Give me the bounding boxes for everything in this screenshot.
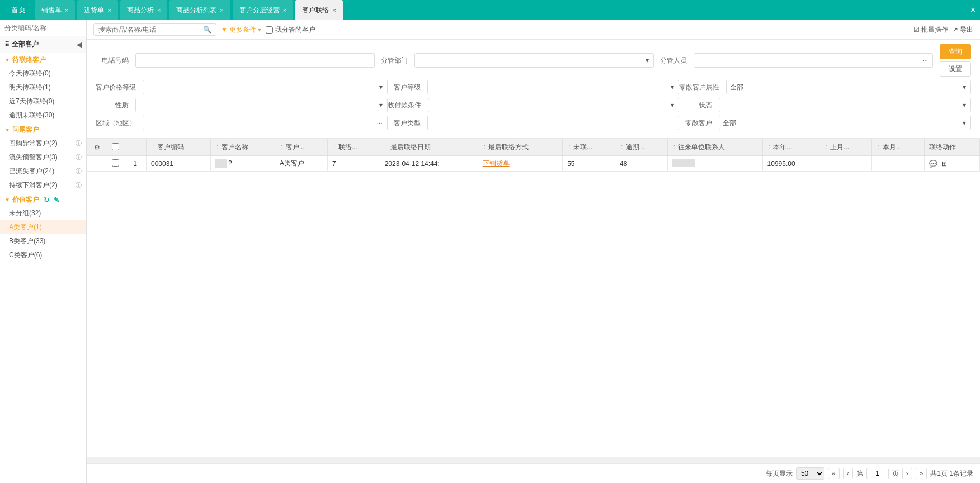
nav-tab-customer-contact[interactable]: 客户联络 × bbox=[295, 0, 342, 20]
nav-tab-analysis-list[interactable]: 商品分析列表 × bbox=[169, 0, 230, 20]
region-select[interactable]: ··· bbox=[143, 116, 388, 130]
more-filters-btn[interactable]: ▼ 更多条件 ▾ bbox=[221, 25, 261, 35]
last-page-btn[interactable]: » bbox=[916, 468, 927, 479]
row-contact: 7 bbox=[327, 156, 380, 172]
nav-tab-analysis-list-close[interactable]: × bbox=[220, 7, 223, 13]
sidebar-item-today[interactable]: 今天待联络(0) bbox=[0, 67, 86, 80]
group-value-customers[interactable]: ▼ 价值客户 ↻ ✎ bbox=[0, 192, 86, 206]
my-customers-checkbox[interactable] bbox=[266, 26, 273, 34]
row-last-contact-method[interactable]: 下销货单 bbox=[478, 156, 563, 172]
col-this-year[interactable]: : 本年... bbox=[762, 139, 819, 156]
refresh-icon[interactable]: ↻ bbox=[44, 196, 49, 204]
ungraded-label: 未分组(32) bbox=[9, 209, 41, 218]
nav-tab-customer-contact-close[interactable]: × bbox=[332, 7, 336, 13]
churned-info-icon[interactable]: ⓘ bbox=[76, 167, 82, 176]
sidebar-item-churned[interactable]: 已流失客户(24) ⓘ bbox=[0, 164, 86, 178]
prev-page-btn[interactable]: ‹ bbox=[843, 468, 853, 479]
sidebar-collapse-icon[interactable]: ◀ bbox=[77, 41, 82, 49]
sidebar-item-declining[interactable]: 持续下滑客户(2) ⓘ bbox=[0, 178, 86, 192]
sidebar-item-overdue[interactable]: 逾期未联络(30) bbox=[0, 108, 86, 122]
next-page-btn[interactable]: › bbox=[902, 468, 912, 479]
nav-tab-purchase-close[interactable]: × bbox=[107, 7, 111, 13]
filter-search-input[interactable] bbox=[98, 26, 201, 34]
declining-info-icon[interactable]: ⓘ bbox=[76, 181, 82, 190]
all-customers-header[interactable]: ⠿ 全部客户 ◀ bbox=[0, 36, 86, 53]
cust-type-input[interactable] bbox=[427, 116, 680, 130]
price-level-select[interactable]: ▾ bbox=[143, 80, 388, 94]
select-all-checkbox[interactable] bbox=[112, 143, 119, 150]
manager-dots[interactable]: ··· bbox=[922, 56, 928, 64]
query-btn[interactable]: 查询 bbox=[940, 44, 971, 59]
setting-btn[interactable]: 设置 bbox=[940, 61, 971, 77]
sidebar-item-class-b[interactable]: B类客户(33) bbox=[0, 234, 86, 248]
phone-label: 电话号码 bbox=[96, 56, 132, 65]
nature-select[interactable]: ▾ bbox=[135, 98, 388, 112]
group-pending-contact[interactable]: ▼ 待联络客户 bbox=[0, 53, 86, 67]
sidebar-item-ungraded[interactable]: 未分组(32) bbox=[0, 206, 86, 220]
contact-method-link[interactable]: 下销货单 bbox=[483, 159, 510, 167]
export-btn[interactable]: ↗ 导出 bbox=[953, 25, 973, 35]
sidebar-search-input[interactable] bbox=[4, 24, 87, 32]
row-customer-name[interactable]: ? bbox=[211, 156, 275, 172]
close-all-tabs[interactable]: × bbox=[970, 5, 976, 15]
payment-select[interactable]: ▾ bbox=[428, 98, 680, 112]
row-this-month bbox=[872, 156, 925, 172]
sidebar-item-class-c[interactable]: C类客户(6) bbox=[0, 248, 86, 262]
region-dots[interactable]: ··· bbox=[377, 119, 383, 127]
col-contact[interactable]: : 联络... bbox=[327, 139, 380, 156]
nav-tab-customer-mgmt-close[interactable]: × bbox=[283, 7, 286, 13]
group-problem-customers[interactable]: ▼ 问题客户 bbox=[0, 122, 86, 136]
all-customers-label: 全部客户 bbox=[12, 40, 39, 49]
per-page-select[interactable]: 50 100 200 bbox=[796, 467, 824, 480]
action-grid-icon[interactable]: ⊞ bbox=[941, 160, 947, 168]
row-checkbox[interactable] bbox=[112, 159, 119, 167]
nav-tab-analysis[interactable]: 商品分析 × bbox=[120, 0, 167, 20]
nav-tab-purchase[interactable]: 进货单 × bbox=[77, 0, 117, 20]
col-unit-contact[interactable]: : 往来单位联系人 bbox=[667, 139, 762, 156]
nav-tab-sales[interactable]: 销售单 × bbox=[35, 0, 75, 20]
more-filters-chevron: ▾ bbox=[258, 26, 261, 34]
sidebar-item-churn-warn[interactable]: 流失预警客户(3) ⓘ bbox=[0, 150, 86, 164]
sidebar-item-class-a[interactable]: A类客户(1) bbox=[0, 220, 86, 234]
col-gear[interactable]: ⚙ bbox=[87, 139, 107, 156]
col-check[interactable] bbox=[107, 139, 124, 156]
filter-row-1: 电话号码 分管部门 ▾ 分管人员 ··· bbox=[96, 44, 971, 77]
dept-select[interactable]: ▾ bbox=[414, 53, 654, 68]
nav-tab-analysis-close[interactable]: × bbox=[157, 7, 161, 13]
filter-search-btn[interactable]: 🔍 bbox=[203, 26, 211, 34]
sidebar-item-7days[interactable]: 近7天待联络(0) bbox=[0, 94, 86, 108]
edit-icon[interactable]: ✎ bbox=[54, 196, 59, 204]
churn-warn-info-icon[interactable]: ⓘ bbox=[76, 153, 82, 162]
retail-cust-select[interactable]: 全部 ▾ bbox=[719, 116, 971, 130]
manager-select[interactable]: ··· bbox=[694, 53, 933, 68]
col-overdue[interactable]: : 逾期... bbox=[615, 139, 667, 156]
phone-input[interactable] bbox=[135, 53, 375, 68]
sidebar-item-tomorrow[interactable]: 明天待联络(1) bbox=[0, 80, 86, 94]
filter-bar: 🔍 ▼ 更多条件 ▾ 我分管的客户 ☑ 批量操作 ↗ 导出 bbox=[87, 20, 980, 40]
nav-tab-customer-mgmt[interactable]: 客户分层经营 × bbox=[233, 0, 293, 20]
action-msg-icon[interactable]: 💬 bbox=[929, 160, 937, 168]
col-last-contact-date[interactable]: : 最后联络日期 bbox=[380, 139, 478, 156]
batch-op-btn[interactable]: ☑ 批量操作 bbox=[913, 25, 948, 35]
row-check[interactable] bbox=[107, 156, 124, 172]
col-last-contact-method[interactable]: : 最后联络方式 bbox=[478, 139, 563, 156]
col-customer-name[interactable]: : 客户名称 bbox=[211, 139, 275, 156]
nav-tab-sales-close[interactable]: × bbox=[65, 7, 68, 13]
first-page-btn[interactable]: « bbox=[828, 468, 840, 479]
nav-home[interactable]: 首页 bbox=[4, 0, 32, 20]
page-input[interactable] bbox=[866, 468, 889, 479]
col-customer-type[interactable]: : 客户... bbox=[275, 139, 328, 156]
my-customers-checkbox-label[interactable]: 我分管的客户 bbox=[266, 25, 315, 35]
sidebar-item-abnormal[interactable]: 回购异常客户(2) ⓘ bbox=[0, 136, 86, 150]
col-customer-code[interactable]: : 客户编码 bbox=[147, 139, 211, 156]
customer-avatar bbox=[215, 159, 227, 168]
scrollbar-area[interactable] bbox=[87, 457, 980, 463]
col-this-month[interactable]: : 本月... bbox=[872, 139, 925, 156]
retail-attr-select[interactable]: 全部 ▾ bbox=[726, 80, 971, 94]
abnormal-info-icon[interactable]: ⓘ bbox=[76, 139, 82, 148]
col-last-month[interactable]: : 上月... bbox=[819, 139, 872, 156]
price-level-label: 客户价格等级 bbox=[96, 83, 139, 92]
cust-level-select[interactable]: ▾ bbox=[427, 80, 680, 94]
status-select[interactable]: ▾ bbox=[719, 98, 971, 112]
col-no-contact[interactable]: : 未联... bbox=[563, 139, 615, 156]
